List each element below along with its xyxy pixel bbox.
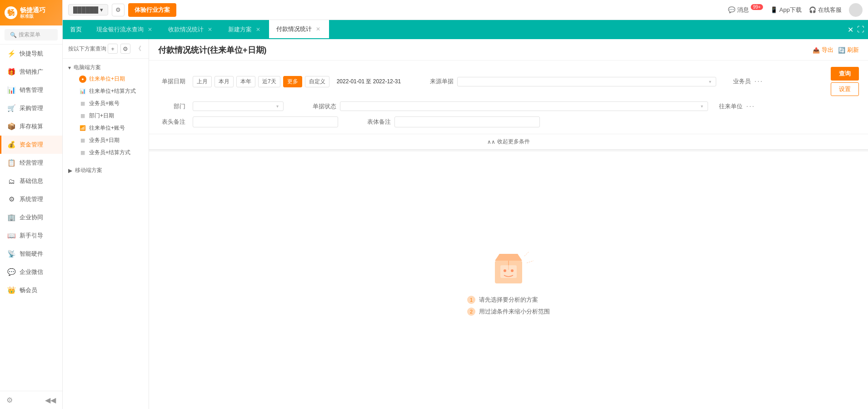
sidebar-item-purchase[interactable]: 🛒 采购管理	[0, 99, 62, 117]
query-button[interactable]: 查询	[831, 67, 859, 81]
user-avatar[interactable]	[849, 3, 863, 17]
desktop-group-header[interactable]: ▾ 电脑端方案	[68, 62, 143, 73]
more-dates-btn[interactable]: 更多	[283, 76, 302, 87]
collapse-more-label: 收起更多条件	[497, 138, 530, 146]
sidebar-item-operations[interactable]: 📋 经营管理	[0, 154, 62, 172]
sidebar-item-guide[interactable]: 📖 新手引导	[0, 227, 62, 245]
mobile-group-header[interactable]: ▶ 移动端方案	[68, 164, 143, 177]
refresh-label: 刷新	[847, 46, 859, 54]
tab-receipt-close[interactable]: ✕	[206, 26, 214, 33]
sidebar-search[interactable]: 🔍 搜索菜单	[0, 25, 62, 45]
scheme-label-unit-account: 往来单位+账号	[89, 124, 125, 132]
guide-icon: 📖	[7, 231, 16, 240]
trial-button[interactable]: 体验行业方案	[128, 3, 176, 17]
counterpart-ellipsis-btn[interactable]: ···	[746, 102, 755, 111]
scheme-item-unit-date[interactable]: ● 往来单位+日期	[68, 73, 143, 85]
scheme-item-dept-date[interactable]: ▦ 部门+日期	[68, 110, 143, 122]
online-service-button[interactable]: 🎧 在线客服	[809, 6, 842, 14]
collapse-panel-button[interactable]: 《	[133, 44, 143, 54]
sidebar-label-hardware: 智能硬件	[20, 250, 43, 258]
scheme-label-unit-date: 往来单位+日期	[89, 75, 125, 83]
body-note-input[interactable]	[394, 116, 540, 127]
collapse-sidebar-icon[interactable]: ◀◀	[45, 396, 56, 404]
chevron-down-icon: ▾	[100, 6, 103, 13]
add-scheme-button[interactable]: +	[108, 44, 118, 54]
sidebar-label-purchase: 采购管理	[20, 104, 43, 112]
finance-icon: 💰	[7, 140, 16, 149]
sidebar-item-basicinfo[interactable]: 🗂 基础信息	[0, 172, 62, 190]
tab-newplan-close[interactable]: ✕	[254, 26, 262, 33]
tab-bank[interactable]: 现金银行流水查询 ✕	[89, 20, 161, 39]
company-selector[interactable]: ██████ ▾	[68, 4, 108, 15]
sidebar-item-enterprise[interactable]: 🏢 企业协同	[0, 208, 62, 227]
export-button[interactable]: 📤 导出	[813, 46, 833, 54]
messages-button[interactable]: 💬 消息 99+	[728, 6, 763, 14]
source-select[interactable]: ▾	[457, 77, 716, 86]
date-range-text: 2022-01-01 至 2022-12-31	[337, 78, 401, 86]
tab-newplan[interactable]: 新建方案 ✕	[221, 20, 269, 39]
last-7-days-btn[interactable]: 近7天	[258, 76, 280, 87]
desktop-group-label: 电脑端方案	[74, 64, 101, 71]
staff-ellipsis-btn[interactable]: ···	[754, 77, 763, 86]
tab-bar: 首页 现金银行流水查询 ✕ 收款情况统计 ✕ 新建方案 ✕ 付款情况统计 ✕ ✕…	[63, 20, 868, 39]
tab-receipt[interactable]: 收款情况统计 ✕	[161, 20, 221, 39]
sidebar-item-quicknav[interactable]: ⚡ 快捷导航	[0, 45, 62, 63]
tab-payment[interactable]: 付款情况统计 ✕	[269, 20, 329, 39]
custom-date-btn[interactable]: 自定义	[305, 76, 329, 87]
logo-name: 畅捷通巧	[20, 6, 45, 14]
dept-select[interactable]: ▾	[193, 101, 284, 111]
tab-home-label: 首页	[70, 25, 82, 34]
scheme-item-unit-settle[interactable]: 📊 往来单位+结算方式	[68, 85, 143, 97]
filter-area: 单据日期 上月 本月 本年 近7天 更多 自定义 2022-01-01 至 20…	[149, 61, 868, 134]
messages-label: 消息	[737, 6, 749, 14]
settings-footer-icon[interactable]: ⚙	[6, 396, 13, 404]
svg-point-4	[504, 269, 506, 272]
scheme-item-staff-settle[interactable]: ▦ 业务员+结算方式	[68, 146, 143, 159]
sidebar-item-weixin[interactable]: 💬 企业微信	[0, 263, 62, 281]
sidebar-item-sales[interactable]: 📊 销售管理	[0, 81, 62, 99]
collapse-more-button[interactable]: ∧∧ 收起更多条件	[149, 134, 868, 150]
sidebar-item-hardware[interactable]: 📡 智能硬件	[0, 245, 62, 263]
tab-payment-close[interactable]: ✕	[314, 25, 322, 33]
close-all-tabs-icon[interactable]: ✕	[848, 25, 853, 34]
sidebar-item-system[interactable]: ⚙ 系统管理	[0, 190, 62, 208]
this-month-btn[interactable]: 本月	[215, 76, 234, 87]
topbar-gear-button[interactable]: ⚙	[112, 4, 125, 16]
maximize-icon[interactable]: ⛶	[857, 25, 864, 34]
scheme-item-unit-account[interactable]: 📶 往来单位+账号	[68, 122, 143, 134]
refresh-icon: 🔄	[838, 47, 845, 54]
search-label: 搜索菜单	[19, 31, 40, 39]
doc-status-select[interactable]: ▾	[340, 101, 708, 111]
scheme-item-staff-account[interactable]: ▦ 业务员+账号	[68, 97, 143, 110]
scheme-label-staff-settle: 业务员+结算方式	[89, 149, 130, 157]
sidebar-item-inventory[interactable]: 📦 库存核算	[0, 117, 62, 136]
hint-num-2: 2	[467, 308, 475, 316]
page-actions: 📤 导出 🔄 刷新	[813, 46, 859, 54]
header-note-input[interactable]	[193, 116, 338, 127]
tab-home[interactable]: 首页	[63, 20, 89, 39]
source-label: 来源单据	[426, 77, 454, 86]
search-trigger[interactable]: 🔍 搜索菜单	[5, 29, 58, 40]
scheme-item-staff-date[interactable]: ▦ 业务员+日期	[68, 134, 143, 146]
header-note-label: 表头备注	[158, 118, 185, 126]
scheme-settings-button[interactable]: ⚙	[120, 44, 130, 54]
active-scheme-dot: ●	[79, 76, 86, 83]
weixin-icon: 💬	[7, 268, 16, 277]
messages-badge: 99+	[751, 4, 763, 10]
filter-row-3: 表头备注 表体备注	[158, 116, 859, 127]
system-icon: ⚙	[7, 195, 16, 204]
sidebar-item-marketing[interactable]: 🎁 营销推广	[0, 63, 62, 81]
last-month-btn[interactable]: 上月	[193, 76, 212, 87]
sidebar: 畅 畅捷通巧 标准版 🔍 搜索菜单 ⚡ 快捷导航 🎁 营销推广 📊 销售管理 🛒…	[0, 0, 63, 409]
page-title: 付款情况统计(往来单位+日期)	[158, 45, 267, 56]
sidebar-item-vip[interactable]: 👑 畅会员	[0, 281, 62, 299]
sidebar-item-finance[interactable]: 💰 资金管理	[0, 136, 62, 154]
refresh-button[interactable]: 🔄 刷新	[838, 46, 859, 54]
sidebar-label-vip: 畅会员	[20, 286, 37, 294]
filter-settings-button[interactable]: 设置	[831, 82, 859, 96]
app-download-button[interactable]: 📱 App下载	[770, 6, 802, 14]
tab-bank-close[interactable]: ✕	[146, 26, 154, 33]
this-year-btn[interactable]: 本年	[236, 76, 255, 87]
tab-payment-label: 付款情况统计	[276, 25, 312, 33]
left-panel-title: 按以下方案查询	[68, 45, 106, 53]
